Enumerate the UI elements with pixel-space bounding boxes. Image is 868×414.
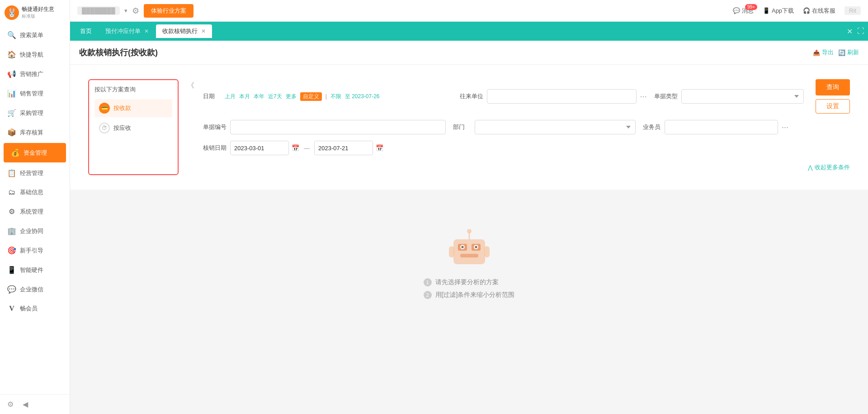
receipt-exec-tab-label: 收款核销执行 xyxy=(162,27,198,35)
app-name: 畅捷通好生意 xyxy=(22,6,54,13)
prepay-tab-label: 预付冲应付单 xyxy=(105,27,141,35)
company-selector[interactable]: ████████ xyxy=(77,6,120,15)
service-icon: 🎧 xyxy=(803,7,810,14)
sidebar-item-wechat[interactable]: 💬 企业微信 xyxy=(0,280,70,299)
basic-icon: 🗂 xyxy=(7,188,16,196)
receivable-option-icon: ⏱ xyxy=(99,123,110,133)
sidebar-item-label: 销售管理 xyxy=(20,90,43,98)
prepay-tab-close[interactable]: ✕ xyxy=(144,28,149,34)
user-avatar[interactable]: Rit xyxy=(844,6,861,15)
sidebar-item-quick-nav[interactable]: 🏠 快捷导航 xyxy=(0,45,70,64)
app-version: 标准版 xyxy=(22,13,54,19)
sidebar-item-hardware[interactable]: 📱 智能硬件 xyxy=(0,260,70,280)
logo-icon: 🐰 xyxy=(5,5,19,20)
online-service-item[interactable]: 🎧 在线客服 xyxy=(803,7,835,15)
export-button[interactable]: 📤 导出 xyxy=(813,48,834,57)
date-shortcut-this-year[interactable]: 本年 xyxy=(254,93,264,100)
verify-date-end-calendar-icon[interactable]: 📅 xyxy=(376,144,383,152)
tip-num-1: 1 xyxy=(424,278,432,286)
staff-input[interactable] xyxy=(665,120,778,134)
date-shortcut-7days[interactable]: 近7天 xyxy=(268,93,282,100)
sidebar-item-label: 经营管理 xyxy=(20,169,43,177)
footer-collapse-icon[interactable]: ◀ xyxy=(23,400,28,409)
tab-home[interactable]: 首页 xyxy=(74,24,98,38)
panel-collapse-button[interactable]: 《 xyxy=(186,81,196,90)
settings-form-button[interactable]: 设置 xyxy=(816,99,850,114)
inventory-icon: 📦 xyxy=(7,128,16,137)
docnumber-input[interactable] xyxy=(230,120,446,134)
date-shortcut-more[interactable]: 更多 xyxy=(286,93,297,100)
sidebar-item-marketing[interactable]: 📢 营销推广 xyxy=(0,64,70,84)
sidebar-item-label: 搜索菜单 xyxy=(20,31,43,39)
sidebar-item-label: 采购管理 xyxy=(20,109,43,117)
dept-field: 部门 xyxy=(453,120,635,134)
svg-point-11 xyxy=(467,229,472,233)
solution-button[interactable]: 体验行业方案 xyxy=(144,4,193,18)
query-panel: 按以下方案查询 💳 按收款 ⏱ 按应收 xyxy=(88,79,179,175)
tab-prepay[interactable]: 预付冲应付单 ✕ xyxy=(99,24,155,38)
sidebar-footer: ⚙ ◀ xyxy=(0,394,70,414)
query-button[interactable]: 查询 xyxy=(816,79,850,95)
receivable-option-label: 按应收 xyxy=(113,124,131,132)
refresh-icon: 🔄 xyxy=(838,49,845,56)
sidebar-item-basic[interactable]: 🗂 基础信息 xyxy=(0,183,70,202)
counterpart-input[interactable] xyxy=(487,89,637,104)
app-download-item[interactable]: 📱 App下载 xyxy=(763,7,794,15)
header-right: 💬 消息 99+ 📱 App下载 🎧 在线客服 Rit xyxy=(733,6,861,15)
verify-date-label: 核销日期 xyxy=(203,144,226,152)
date-range-separator: — xyxy=(304,145,310,152)
sidebar-item-enterprise[interactable]: 🏢 企业协同 xyxy=(0,221,70,241)
docnumber-field: 单据编号 xyxy=(203,120,446,134)
query-option-by-receivable[interactable]: ⏱ 按应收 xyxy=(94,119,172,137)
dropdown-chevron[interactable]: ▾ xyxy=(124,7,127,14)
refresh-button[interactable]: 🔄 刷新 xyxy=(838,48,859,57)
header-left: ████████ ▾ ⚙ 体验行业方案 xyxy=(77,4,193,18)
counterpart-dots[interactable]: ··· xyxy=(640,92,647,101)
doctype-select[interactable] xyxy=(681,89,804,104)
staff-dots[interactable]: ··· xyxy=(782,123,788,132)
svg-rect-5 xyxy=(484,246,490,257)
message-badge-item[interactable]: 💬 消息 99+ xyxy=(733,7,754,15)
filter-section: 按以下方案查询 💳 按收款 ⏱ 按应收 《 xyxy=(70,65,868,190)
svg-rect-4 xyxy=(449,246,454,257)
sidebar-item-label: 基础信息 xyxy=(20,188,43,196)
verify-date-end-input[interactable] xyxy=(314,141,373,155)
tab-expand-icon[interactable]: ⛶ xyxy=(857,27,864,35)
sidebar-item-label: 系统管理 xyxy=(20,208,43,216)
svg-rect-3 xyxy=(460,254,478,257)
verify-date-start-calendar-icon[interactable]: 📅 xyxy=(292,144,299,152)
page-header-actions: 📤 导出 🔄 刷新 xyxy=(813,48,859,63)
collapse-more-button[interactable]: ⋀ 收起更多条件 xyxy=(808,163,850,171)
collapse-more-label: 收起更多条件 xyxy=(815,163,850,171)
tab-close-all-icon[interactable]: ✕ xyxy=(847,27,853,36)
sidebar-item-vip[interactable]: V 畅会员 xyxy=(0,299,70,318)
main-panel: ████████ ▾ ⚙ 体验行业方案 💬 消息 99+ 📱 App下载 🎧 在… xyxy=(70,0,868,414)
date-shortcut-last-month[interactable]: 上月 xyxy=(225,93,236,100)
message-icon: 💬 xyxy=(733,7,740,14)
tab-receipt-exec[interactable]: 收款核销执行 ✕ xyxy=(156,24,212,38)
date-label: 日期 xyxy=(203,92,221,100)
verify-date-start-input[interactable] xyxy=(230,141,289,155)
sidebar-item-search[interactable]: 🔍 搜索菜单 xyxy=(0,25,70,45)
date-shortcut-this-month[interactable]: 本月 xyxy=(239,93,250,100)
sidebar-item-inventory[interactable]: 📦 库存核算 xyxy=(0,123,70,142)
svg-point-9 xyxy=(475,246,477,248)
sidebar-item-label: 企业微信 xyxy=(20,286,43,294)
docnumber-label: 单据编号 xyxy=(203,123,226,131)
sidebar-item-sales[interactable]: 📊 销售管理 xyxy=(0,84,70,103)
query-option-by-receipt[interactable]: 💳 按收款 xyxy=(94,99,172,117)
sidebar-item-system[interactable]: ⚙ 系统管理 xyxy=(0,202,70,221)
verify-date-input-group: 📅 — 📅 xyxy=(230,141,383,155)
sidebar-item-label: 企业协同 xyxy=(20,227,43,235)
receipt-exec-tab-close[interactable]: ✕ xyxy=(201,28,206,34)
receipt-option-label: 按收款 xyxy=(113,104,131,112)
topbar-settings-icon[interactable]: ⚙ xyxy=(132,6,139,16)
sidebar-item-newbie[interactable]: 🎯 新手引导 xyxy=(0,241,70,260)
date-shortcut-custom[interactable]: 自定义 xyxy=(300,92,322,101)
sidebar-item-business[interactable]: 📋 经营管理 xyxy=(0,163,70,183)
sidebar-item-purchase[interactable]: 🛒 采购管理 xyxy=(0,103,70,123)
sidebar-item-finance[interactable]: 💰 资金管理 xyxy=(4,143,66,162)
footer-settings-icon[interactable]: ⚙ xyxy=(7,400,14,409)
message-count: 99+ xyxy=(745,4,757,10)
dept-select[interactable] xyxy=(475,120,635,134)
